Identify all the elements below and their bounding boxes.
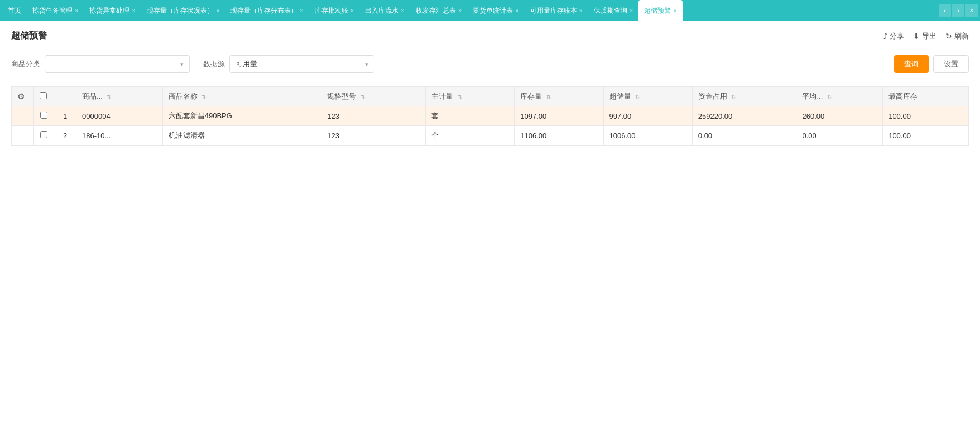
nav-tab-task[interactable]: 拣货任务管理×: [27, 0, 84, 21]
sort-product-name-icon[interactable]: ⇅: [201, 94, 206, 100]
table-header: ⚙ 商品... ⇅ 商品名称 ⇅ 规格型号 ⇅: [12, 87, 969, 106]
nav-tab-label-overstock: 超储预警: [644, 6, 671, 16]
td-checkbox[interactable]: [34, 106, 54, 126]
nav-tab-label-inout: 出入库流水: [365, 6, 398, 16]
nav-tab-close-quality[interactable]: ×: [630, 7, 633, 14]
nav-tab-exception[interactable]: 拣货异常处理×: [84, 0, 141, 21]
datasource-chevron-icon: ▾: [365, 61, 368, 68]
sort-product-code-icon[interactable]: ⇅: [107, 94, 111, 100]
nav-arrows: ‹ › ×: [939, 4, 978, 17]
nav-tab-label-inventory-dist: 现存量（库存分布表）: [230, 6, 297, 16]
header-actions: ⤴ 分享 ⬇ 导出 ↻ 刷新: [883, 31, 969, 41]
th-avg: 平均... ⇅: [796, 87, 883, 106]
sort-spec-icon[interactable]: ⇅: [361, 94, 365, 100]
nav-tab-close-exception[interactable]: ×: [132, 7, 135, 14]
nav-tab-label-inventory-status: 现存量（库存状况表）: [147, 6, 214, 16]
td-avg: 0.00: [796, 126, 883, 146]
nav-tab-close-collect[interactable]: ×: [458, 7, 462, 14]
nav-tab-available[interactable]: 可用量库存账本×: [525, 0, 588, 21]
th-max-stock: 最高库存: [883, 87, 969, 106]
td-unit: 个: [426, 126, 515, 146]
nav-tab-close-task[interactable]: ×: [75, 7, 78, 14]
refresh-action[interactable]: ↻ 刷新: [945, 31, 969, 41]
share-action[interactable]: ⤴ 分享: [883, 31, 904, 41]
nav-tab-collect[interactable]: 收发存汇总表×: [410, 0, 467, 21]
nav-tab-batch[interactable]: 库存批次账×: [309, 0, 359, 21]
nav-right-arrow[interactable]: ›: [952, 4, 964, 17]
td-overstock: 997.00: [603, 106, 692, 126]
nav-tab-inventory-dist[interactable]: 现存量（库存分布表）×: [225, 0, 309, 21]
nav-tab-inout[interactable]: 出入库流水×: [359, 0, 410, 21]
export-action[interactable]: ⬇ 导出: [913, 31, 936, 41]
export-label: 导出: [922, 31, 936, 41]
nav-tab-quality[interactable]: 保质期查询×: [588, 0, 638, 21]
th-capital: 资金占用 ⇅: [692, 87, 796, 106]
th-unit-label: 主计量: [431, 92, 453, 100]
nav-tab-home[interactable]: 首页: [2, 0, 27, 21]
nav-tab-label-available: 可用量库存账本: [530, 6, 577, 16]
refresh-label: 刷新: [954, 31, 969, 41]
nav-tab-label-batch: 库存批次账: [315, 6, 348, 16]
td-stock: 1097.00: [515, 106, 603, 126]
data-table: ⚙ 商品... ⇅ 商品名称 ⇅ 规格型号 ⇅: [11, 86, 969, 146]
td-settings[interactable]: [12, 126, 34, 146]
table-row[interactable]: 10000004六配套新昌490BPG123套1097.00997.002592…: [12, 106, 969, 126]
th-row-num: [54, 87, 76, 106]
td-overstock: 1006.00: [603, 126, 692, 146]
th-product-name: 商品名称 ⇅: [162, 87, 321, 106]
nav-tab-close-overstock[interactable]: ×: [673, 7, 676, 14]
category-chevron-icon: ▾: [180, 61, 184, 68]
nav-tab-label-quality: 保质期查询: [594, 6, 627, 16]
select-all-checkbox[interactable]: [40, 92, 47, 99]
th-overstock-label: 超储量: [609, 92, 631, 100]
nav-tab-close-inventory-dist[interactable]: ×: [300, 7, 303, 14]
td-unit: 套: [426, 106, 515, 126]
nav-tab-order-stat[interactable]: 要货单统计表×: [467, 0, 524, 21]
sort-stock-icon[interactable]: ⇅: [546, 94, 551, 100]
td-row-num: 1: [54, 106, 76, 126]
page-content: 超储预警 ⤴ 分享 ⬇ 导出 ↻ 刷新 商品分类 ▾ 数据源: [0, 21, 980, 154]
datasource-select-value: 可用量: [236, 59, 365, 69]
td-max-stock: 100.00: [883, 106, 969, 126]
page-header: 超储预警 ⤴ 分享 ⬇ 导出 ↻ 刷新: [11, 30, 969, 42]
nav-tab-close-batch[interactable]: ×: [350, 7, 354, 14]
refresh-icon: ↻: [945, 32, 952, 41]
nav-tab-close-available[interactable]: ×: [579, 7, 583, 14]
query-button[interactable]: 查询: [894, 55, 929, 73]
nav-tab-close-inout[interactable]: ×: [401, 7, 404, 14]
table-row[interactable]: 2186-10...机油滤清器123个1106.001006.000.000.0…: [12, 126, 969, 146]
nav-tab-close-inventory-status[interactable]: ×: [216, 7, 219, 14]
td-capital: 0.00: [692, 126, 796, 146]
th-max-stock-label: 最高库存: [888, 92, 917, 100]
td-settings[interactable]: [12, 106, 34, 126]
share-icon: ⤴: [883, 32, 887, 41]
sort-capital-icon[interactable]: ⇅: [731, 94, 736, 100]
nav-tab-overstock[interactable]: 超储预警×: [638, 0, 682, 21]
table-settings-gear-icon[interactable]: ⚙: [17, 91, 25, 101]
th-product-code-label: 商品...: [82, 92, 103, 100]
nav-tab-inventory-status[interactable]: 现存量（库存状况表）×: [141, 0, 225, 21]
th-checkbox: [34, 87, 54, 106]
th-stock-label: 库存量: [520, 92, 542, 100]
nav-more-arrow[interactable]: ×: [965, 4, 978, 17]
nav-tab-label-task: 拣货任务管理: [32, 6, 73, 16]
filter-row: 商品分类 ▾ 数据源 可用量 ▾ 查询 设置: [11, 50, 969, 79]
row-checkbox-1[interactable]: [40, 131, 47, 138]
datasource-select[interactable]: 可用量 ▾: [229, 55, 374, 73]
row-checkbox-0[interactable]: [40, 112, 47, 119]
nav-tab-close-order-stat[interactable]: ×: [515, 7, 518, 14]
th-settings: ⚙: [12, 87, 34, 106]
sort-overstock-icon[interactable]: ⇅: [635, 94, 640, 100]
nav-tab-label-exception: 拣货异常处理: [89, 6, 129, 16]
nav-left-arrow[interactable]: ‹: [939, 4, 951, 17]
td-checkbox[interactable]: [34, 126, 54, 146]
category-select[interactable]: ▾: [45, 55, 190, 73]
settings-button[interactable]: 设置: [933, 55, 969, 73]
nav-tab-label-order-stat: 要货单统计表: [473, 6, 513, 16]
category-filter-group: 商品分类 ▾: [11, 55, 190, 73]
filter-right-actions: 查询 设置: [894, 55, 969, 73]
th-product-name-label: 商品名称: [169, 92, 198, 100]
td-product-code: 0000004: [76, 106, 163, 126]
sort-unit-icon[interactable]: ⇅: [458, 94, 462, 100]
sort-avg-icon[interactable]: ⇅: [827, 94, 832, 100]
